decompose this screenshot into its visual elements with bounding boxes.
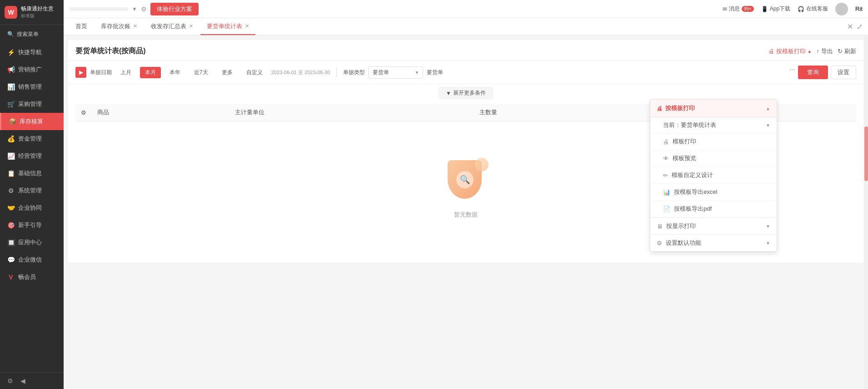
col-unit: 主计量单位: [229, 104, 474, 121]
logo-icon: W: [5, 6, 17, 19]
sidebar-item-marketing[interactable]: 📢 营销推广: [0, 61, 64, 78]
refresh-label: 刷新: [844, 47, 856, 56]
search-menu-label: 搜索菜单: [17, 30, 39, 38]
setting-button[interactable]: 设置: [831, 66, 856, 79]
app-version: 标准版: [21, 13, 54, 19]
sidebar-item-quick-nav[interactable]: ⚡ 快捷导航: [0, 44, 64, 61]
main-area: ▼ ⚙ 体验行业方案 ✉ 消息 99+ 📱 App下载 🎧 在线客服 Rit 首…: [64, 0, 868, 389]
collab-icon: 🤝: [7, 204, 15, 212]
app-download-label: App下载: [770, 5, 790, 13]
sidebar-item-system[interactable]: ⚙ 系统管理: [0, 182, 64, 199]
tab-home[interactable]: 首页: [69, 19, 94, 35]
col-qty: 主数量: [474, 104, 647, 121]
date-btn-this-month[interactable]: 本月: [140, 67, 161, 78]
dropdown-display-print-left: 🖥 按显示打印: [657, 222, 696, 230]
app-center-icon: 🔲: [7, 239, 15, 246]
date-btn-last-month[interactable]: 上月: [115, 67, 136, 78]
topbar-gear-icon[interactable]: ⚙: [141, 5, 147, 13]
date-btn-7days[interactable]: 近7天: [189, 67, 213, 78]
search-menu-button[interactable]: 🔍 搜索菜单: [5, 29, 59, 40]
app-download-button[interactable]: 📱 App下载: [761, 5, 790, 13]
guide-icon: 🎯: [7, 222, 15, 229]
dropdown-current-item[interactable]: 当前：要货单统计表 ▼: [650, 117, 777, 133]
sidebar-item-basics[interactable]: 📋 基础信息: [0, 165, 64, 182]
filter-expand-icon[interactable]: ▶: [75, 67, 86, 78]
expand-more-button[interactable]: ▼ 展开更多条件: [439, 87, 493, 99]
type-filter-select[interactable]: 要货单 ▼: [369, 66, 423, 79]
page-actions: 🖨 按模板打印 ▲ ↑ 导出 ↻ 刷新: [768, 47, 856, 56]
sidebar-item-guide[interactable]: 🎯 新手引导: [0, 217, 64, 234]
template-design-label: 模板自定义设计: [672, 171, 713, 179]
dropdown-set-default-left: ⚙ 设置默认功能: [657, 239, 701, 247]
date-btn-this-year[interactable]: 本年: [165, 67, 185, 78]
empty-magnifier-icon: 🔍: [456, 171, 474, 188]
tab-receive-summary-close[interactable]: ✕: [189, 23, 193, 29]
dropdown-item-template-preview[interactable]: 👁 模板预览: [650, 150, 777, 167]
purchase-icon: 🛒: [7, 101, 15, 108]
dropdown-set-default[interactable]: ⚙ 设置默认功能 ▼: [650, 234, 777, 251]
template-print-item-icon: 🖨: [663, 138, 669, 145]
guide-label: 新手引导: [18, 221, 42, 229]
dropdown-display-print[interactable]: 🖥 按显示打印 ▼: [650, 217, 777, 234]
app-center-label: 应用中心: [18, 238, 42, 247]
tab-inventory-batch-close[interactable]: ✕: [133, 23, 137, 29]
right-scrollbar-thumb[interactable]: [864, 126, 868, 181]
tab-close-all-icon[interactable]: ✕: [847, 22, 853, 31]
template-print-item-label: 模板打印: [673, 137, 696, 146]
expand-more-icon: ▼: [446, 90, 451, 96]
export-label: 导出: [821, 47, 833, 56]
template-print-label: 按模板打印: [776, 47, 806, 56]
topbar-search-box[interactable]: [69, 7, 128, 11]
collapse-icon[interactable]: ◀: [20, 377, 25, 384]
app-name: 畅康通好生意: [21, 5, 54, 13]
template-print-button[interactable]: 🖨 按模板打印 ▲: [768, 47, 812, 56]
template-preview-icon: 👁: [663, 155, 669, 162]
user-avatar[interactable]: [835, 3, 848, 15]
date-btn-more[interactable]: 更多: [217, 67, 238, 78]
tab-receive-summary[interactable]: 收发存汇总表 ✕: [145, 19, 200, 35]
dropdown-item-export-pdf[interactable]: 📄 按模板导出pdf: [650, 201, 777, 217]
dropdown-item-template-print[interactable]: 🖨 模板打印: [650, 133, 777, 150]
set-default-chevron: ▼: [766, 241, 770, 246]
dropdown-close-icon[interactable]: ▲: [766, 106, 770, 111]
sidebar-item-app-center[interactable]: 🔲 应用中心: [0, 234, 64, 251]
sidebar-item-membership[interactable]: V 畅会员: [0, 268, 64, 286]
sidebar-item-purchase[interactable]: 🛒 采购管理: [0, 96, 64, 113]
three-dots-button[interactable]: ···: [789, 66, 795, 79]
date-filter-label: 单据日期: [90, 69, 112, 76]
dropdown-item-template-design[interactable]: ✏ 模板自定义设计: [650, 167, 777, 184]
col-settings[interactable]: ⚙: [75, 104, 92, 121]
empty-circle-deco: [475, 158, 489, 172]
tab-inventory-batch[interactable]: 库存批次账 ✕: [95, 19, 144, 35]
chevron-up-icon: ▲: [808, 49, 812, 54]
sidebar-item-wechat[interactable]: 💬 企业微信: [0, 251, 64, 268]
tab-order-stats[interactable]: 要货单统计表 ✕: [200, 19, 255, 35]
wechat-label: 企业微信: [18, 256, 42, 264]
query-button[interactable]: 查询: [798, 66, 828, 79]
date-btn-custom[interactable]: 自定义: [241, 67, 268, 78]
membership-icon: V: [7, 273, 15, 281]
settings-bottom-icon[interactable]: ⚙: [7, 377, 13, 384]
tab-maximize-icon[interactable]: ⤢: [857, 22, 863, 31]
industry-solution-button[interactable]: 体验行业方案: [150, 3, 199, 15]
finance-icon: 💰: [7, 135, 15, 142]
dropdown-header-label: 按模板打印: [665, 104, 695, 112]
online-service-button[interactable]: 🎧 在线客服: [798, 5, 828, 13]
export-button[interactable]: ↑ 导出: [817, 47, 833, 56]
refresh-button[interactable]: ↻ 刷新: [838, 47, 856, 56]
message-button[interactable]: ✉ 消息 99+: [723, 5, 754, 13]
type-filter-value: 要货单: [373, 69, 389, 76]
sidebar-item-finance[interactable]: 💰 资金管理: [0, 130, 64, 147]
tab-order-stats-close[interactable]: ✕: [245, 23, 249, 29]
sidebar-item-collab[interactable]: 🤝 企业协同: [0, 199, 64, 217]
page-title: 要货单统计表(按商品): [75, 46, 146, 56]
sidebar-search-area[interactable]: 🔍 搜索菜单: [0, 25, 64, 44]
sidebar-item-inventory[interactable]: 📦 库存核算: [0, 113, 64, 130]
message-badge: 99+: [742, 6, 754, 12]
dropdown-item-export-excel[interactable]: 📊 按模板导出excel: [650, 184, 777, 201]
topbar-dropdown-icon[interactable]: ▼: [132, 6, 137, 12]
sidebar-item-sales[interactable]: 📊 销售管理: [0, 78, 64, 96]
right-scrollbar[interactable]: [864, 35, 868, 389]
marketing-label: 营销推广: [18, 66, 42, 74]
sidebar-item-operations[interactable]: 📈 经营管理: [0, 147, 64, 165]
